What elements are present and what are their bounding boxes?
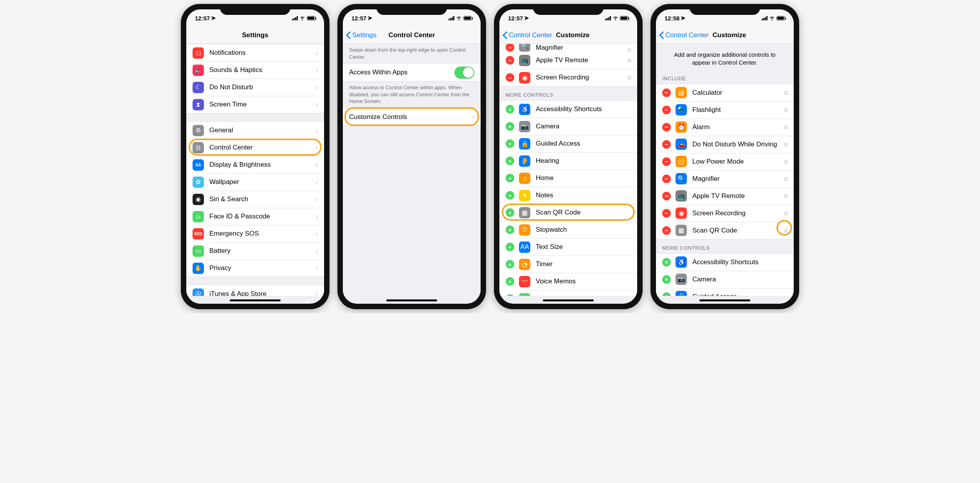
drag-handle-icon[interactable]: ≡ <box>784 91 787 94</box>
remove-button[interactable]: − <box>506 73 514 82</box>
customize-content[interactable]: Add and organize additional controls to … <box>656 44 794 296</box>
more-row[interactable]: + ▬ Wallet <box>499 290 637 296</box>
remove-button[interactable]: − <box>662 209 671 218</box>
add-button[interactable]: + <box>506 191 514 200</box>
more-row[interactable]: + ◔ Timer <box>499 256 637 273</box>
more-row[interactable]: + ⏱ Stopwatch <box>499 221 637 238</box>
settings-content[interactable]: ◻ Notifications › 🔈 Sounds & Haptics › ☾… <box>186 44 324 296</box>
customize-controls-row[interactable]: Customize Controls › <box>343 108 481 126</box>
add-button[interactable]: + <box>506 122 514 131</box>
remove-button[interactable]: − <box>506 44 514 52</box>
remove-button[interactable]: − <box>662 192 671 200</box>
customize-content[interactable]: − 🔍 Magnifier ≡ − 📺 Apple TV Remote ≡ − … <box>499 44 637 296</box>
settings-row[interactable]: ◉ Siri & Search › <box>186 191 324 208</box>
settings-row[interactable]: ☺ Face ID & Passcode › <box>186 208 324 225</box>
tv-icon: 📺 <box>676 190 687 202</box>
drag-handle-icon[interactable]: ≡ <box>784 212 787 215</box>
gear-icon: ⚙ <box>193 125 204 136</box>
home-indicator[interactable] <box>230 299 281 301</box>
add-button[interactable]: + <box>506 157 514 165</box>
settings-row[interactable]: ⚙ General › <box>186 122 324 139</box>
settings-row[interactable]: ✿ Wallpaper › <box>186 173 324 191</box>
add-button[interactable]: + <box>662 275 671 284</box>
include-row[interactable]: − ▤ Calculator ≡ <box>656 84 794 101</box>
more-row[interactable]: + 📷 Camera <box>499 118 637 135</box>
home-indicator[interactable] <box>699 299 750 301</box>
access-within-apps-row[interactable]: Access Within Apps <box>343 64 481 81</box>
settings-row[interactable]: SOS Emergency SOS › <box>186 225 324 242</box>
add-button[interactable]: + <box>506 277 514 286</box>
more-row[interactable]: + ♿ Accessibility Shortcuts <box>499 101 637 118</box>
more-row[interactable]: + ▦ Scan QR Code <box>499 204 637 221</box>
add-button[interactable]: + <box>506 174 514 182</box>
access-toggle[interactable] <box>454 67 474 79</box>
include-row[interactable]: − 🚗 Do Not Disturb While Driving ≡ <box>656 136 794 153</box>
remove-button[interactable]: − <box>662 157 671 166</box>
settings-row[interactable]: ▭ Battery › <box>186 242 324 260</box>
settings-row[interactable]: ⧗ Screen Time › <box>186 96 324 113</box>
settings-row[interactable]: Ⓐ iTunes & App Store › <box>186 285 324 296</box>
drag-handle-icon[interactable]: ≡ <box>784 108 787 112</box>
more-row[interactable]: + 〰 Voice Memos <box>499 273 637 290</box>
drag-handle-icon[interactable]: ≡ <box>784 160 787 163</box>
add-button[interactable]: + <box>506 208 514 217</box>
settings-row[interactable]: ☾ Do Not Disturb › <box>186 79 324 96</box>
settings-row[interactable]: AA Display & Brightness › <box>186 156 324 173</box>
drag-handle-icon[interactable]: ≡ <box>627 76 631 79</box>
include-row[interactable]: − ◉ Screen Recording ≡ <box>656 205 794 222</box>
settings-row[interactable]: ◻ Notifications › <box>186 44 324 61</box>
include-row-partial[interactable]: − 🔍 Magnifier ≡ <box>499 44 637 52</box>
drag-handle-icon[interactable]: ≡ <box>627 49 631 52</box>
add-button[interactable]: + <box>662 292 671 296</box>
row-label: Guided Access <box>536 140 631 148</box>
settings-row[interactable]: ⊟ Control Center › <box>186 139 324 156</box>
more-row[interactable]: + ✎ Notes <box>499 187 637 204</box>
moon-icon: ☾ <box>193 82 204 93</box>
add-button[interactable]: + <box>506 243 514 251</box>
back-button[interactable]: Control Center <box>656 31 712 39</box>
back-button[interactable]: Settings <box>343 31 379 39</box>
more-row[interactable]: + 📷 Camera <box>656 271 794 288</box>
drag-handle-icon[interactable]: ≡ <box>784 195 787 198</box>
home-indicator[interactable] <box>543 299 594 301</box>
remove-button[interactable]: − <box>662 88 671 97</box>
drag-handle-icon[interactable]: ≡ <box>784 143 787 146</box>
more-row[interactable]: + 👂 Hearing <box>499 152 637 169</box>
more-row[interactable]: + 🔒 Guided Access <box>656 288 794 296</box>
more-row[interactable]: + ♿ Accessibility Shortcuts <box>656 254 794 271</box>
drag-handle-icon[interactable]: ≡ <box>784 229 787 232</box>
include-row[interactable]: − 📺 Apple TV Remote ≡ <box>656 187 794 205</box>
more-row[interactable]: + AA Text Size <box>499 238 637 256</box>
include-row[interactable]: − ◉ Screen Recording ≡ <box>499 69 637 86</box>
include-row[interactable]: − 🔦 Flashlight ≡ <box>656 101 794 119</box>
drag-handle-icon[interactable]: ≡ <box>784 126 787 129</box>
include-row[interactable]: − ▦ Scan QR Code ≡ <box>656 222 794 239</box>
add-button[interactable]: + <box>506 225 514 234</box>
settings-row[interactable]: 🔈 Sounds & Haptics › <box>186 61 324 79</box>
include-row[interactable]: − 🔍 Magnifier ≡ <box>656 170 794 187</box>
include-row[interactable]: − 📺 Apple TV Remote ≡ <box>499 52 637 69</box>
remove-button[interactable]: − <box>662 123 671 132</box>
remove-button[interactable]: − <box>662 140 671 149</box>
more-row[interactable]: + 🔒 Guided Access <box>499 135 637 152</box>
include-row[interactable]: − ⏰ Alarm ≡ <box>656 119 794 136</box>
home-indicator[interactable] <box>386 299 437 301</box>
drag-handle-icon[interactable]: ≡ <box>784 177 787 180</box>
cellular-icon <box>292 16 298 20</box>
row-label: Home <box>536 174 631 182</box>
back-button[interactable]: Control Center <box>499 31 555 39</box>
add-button[interactable]: + <box>506 294 514 296</box>
nav-title: Settings <box>242 31 268 39</box>
remove-button[interactable]: − <box>662 175 671 183</box>
add-button[interactable]: + <box>506 260 514 269</box>
drag-handle-icon[interactable]: ≡ <box>627 59 631 62</box>
add-button[interactable]: + <box>506 139 514 148</box>
add-button[interactable]: + <box>506 105 514 114</box>
more-row[interactable]: + ⌂ Home <box>499 169 637 187</box>
remove-button[interactable]: − <box>662 226 671 235</box>
remove-button[interactable]: − <box>506 56 514 65</box>
settings-row[interactable]: ✋ Privacy › <box>186 260 324 277</box>
include-row[interactable]: − ◫ Low Power Mode ≡ <box>656 153 794 170</box>
add-button[interactable]: + <box>662 258 671 267</box>
remove-button[interactable]: − <box>662 106 671 114</box>
